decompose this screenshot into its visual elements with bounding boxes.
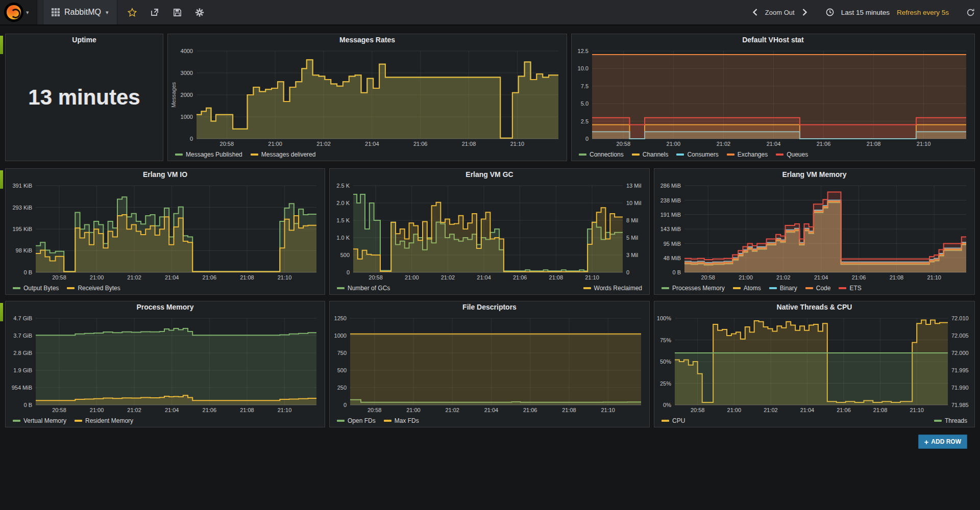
svg-text:21:00: 21:00 <box>727 407 742 413</box>
svg-text:293 KiB: 293 KiB <box>12 205 32 211</box>
legend-swatch <box>67 287 75 289</box>
legend-item[interactable]: ETS <box>839 285 861 292</box>
row-collapse-handle[interactable] <box>0 303 3 321</box>
panel-title-erlang-vm-memory[interactable]: Erlang VM Memory <box>654 170 974 182</box>
clock-icon <box>826 8 834 16</box>
svg-text:0: 0 <box>626 269 629 275</box>
svg-text:21:04: 21:04 <box>477 274 491 280</box>
erlang-vm-gc-legend: Number of GCsWords Reclaimed <box>337 284 642 293</box>
svg-text:71.990: 71.990 <box>951 385 969 391</box>
process-memory-chart[interactable]: 20:5821:0021:0221:0421:0621:0821:100 B95… <box>8 315 323 415</box>
svg-text:21:04: 21:04 <box>484 407 499 413</box>
grafana-logo-zone[interactable]: ▾ <box>0 0 37 24</box>
svg-text:0%: 0% <box>663 402 671 408</box>
gear-icon[interactable] <box>195 8 204 17</box>
legend-label: Queues <box>787 151 808 158</box>
row-collapse-handle[interactable] <box>0 170 3 189</box>
svg-text:238 MiB: 238 MiB <box>660 197 681 203</box>
chevron-left-icon[interactable] <box>752 9 758 16</box>
logo-caret-icon: ▾ <box>26 9 29 16</box>
legend-item[interactable]: Threads <box>934 417 967 424</box>
erlang-vm-gc-chart[interactable]: 20:5821:0021:0221:0421:0621:0821:1005001… <box>332 182 647 282</box>
legend-item[interactable]: Messages Published <box>175 151 242 158</box>
legend-label: Binary <box>780 285 797 292</box>
legend-item[interactable]: CPU <box>662 417 685 424</box>
legend-label: Channels <box>643 151 669 158</box>
svg-text:Messages: Messages <box>170 82 177 108</box>
legend-label: Messages delivered <box>261 151 316 158</box>
time-range-picker[interactable]: Last 15 minutes <box>841 9 890 16</box>
svg-text:21:00: 21:00 <box>667 141 681 147</box>
panel-file-descriptors: File Descriptors 20:5821:0021:0221:0421:… <box>329 301 650 427</box>
panel-title-default-vhost-stat[interactable]: Default VHost stat <box>572 36 974 47</box>
refresh-interval-picker[interactable]: Refresh every 5s <box>897 9 949 16</box>
svg-text:21:06: 21:06 <box>837 407 851 413</box>
legend-item[interactable]: Processes Memory <box>662 285 725 292</box>
legend-item[interactable]: Queues <box>776 151 808 158</box>
dashboard-grid-icon <box>52 8 60 16</box>
messages-rates-legend: Messages PublishedMessages delivered <box>175 150 559 159</box>
legend-item[interactable]: Number of GCs <box>337 285 390 292</box>
svg-text:21:06: 21:06 <box>817 141 831 147</box>
messages-rates-chart[interactable]: 20:5821:0021:0221:0421:0621:0821:1001000… <box>170 47 565 148</box>
legend-item[interactable]: Channels <box>632 151 669 158</box>
erlang-vm-io-chart[interactable]: 20:5821:0021:0221:0421:0621:0821:100 B98… <box>8 182 323 282</box>
native-threads-cpu-chart[interactable]: 20:5821:0021:0221:0421:0621:0821:100%25%… <box>656 315 972 415</box>
svg-text:21:04: 21:04 <box>365 141 379 147</box>
svg-text:20:58: 20:58 <box>52 407 66 413</box>
file-descriptors-chart[interactable]: 20:5821:0021:0221:0421:0621:0821:1002505… <box>332 315 647 415</box>
legend-item[interactable]: Binary <box>769 285 797 292</box>
zoom-out-button[interactable]: Zoom Out <box>765 9 795 16</box>
default-vhost-stat-chart[interactable]: 20:5821:0021:0221:0421:0621:0821:1002.55… <box>574 47 972 148</box>
panel-title-messages-rates[interactable]: Messages Rates <box>168 36 567 47</box>
grafana-logo-icon[interactable] <box>4 3 23 22</box>
svg-text:21:10: 21:10 <box>585 274 599 280</box>
panel-title-native-threads-cpu[interactable]: Native Threads & CPU <box>654 303 974 314</box>
legend-item[interactable]: Words Reclaimed <box>583 285 642 292</box>
svg-text:21:04: 21:04 <box>814 274 828 280</box>
legend-item[interactable]: Vertual Memory <box>13 417 66 424</box>
legend-item[interactable]: Open FDs <box>337 417 376 424</box>
legend-item[interactable]: Resident Memory <box>75 417 133 424</box>
legend-item[interactable]: Max FDs <box>384 417 419 424</box>
legend-swatch <box>337 287 345 289</box>
panel-erlang-vm-memory: Erlang VM Memory 20:5821:0021:0221:0421:… <box>654 168 975 295</box>
legend-item[interactable]: Connections <box>579 151 624 158</box>
svg-text:21:00: 21:00 <box>90 407 104 413</box>
share-icon[interactable] <box>150 8 159 17</box>
legend-label: Received Bytes <box>78 285 120 292</box>
dashboard-caret-icon: ▾ <box>106 9 109 16</box>
panel-title-uptime[interactable]: Uptime <box>6 36 163 47</box>
panel-title-erlang-vm-gc[interactable]: Erlang VM GC <box>330 170 649 182</box>
chevron-right-icon[interactable] <box>802 9 807 16</box>
legend-label: Connections <box>590 151 624 158</box>
legend-item[interactable]: Atoms <box>733 285 761 292</box>
panel-process-memory: Process Memory 20:5821:0021:0221:0421:06… <box>5 301 325 427</box>
legend-item[interactable]: Messages delivered <box>251 151 316 158</box>
svg-text:21:10: 21:10 <box>278 407 292 413</box>
refresh-icon[interactable] <box>966 8 975 17</box>
legend-item[interactable]: Exchanges <box>727 151 768 158</box>
svg-text:0 B: 0 B <box>672 269 681 275</box>
dashboard-title-dropdown[interactable]: RabbitMQ ▾ <box>43 0 117 24</box>
star-icon[interactable] <box>128 8 137 17</box>
svg-text:500: 500 <box>340 252 350 258</box>
panel-title-process-memory[interactable]: Process Memory <box>6 303 325 314</box>
svg-text:391 KiB: 391 KiB <box>12 183 32 189</box>
legend-item[interactable]: Consumers <box>676 151 718 158</box>
svg-text:191 MiB: 191 MiB <box>660 212 681 218</box>
save-icon[interactable] <box>173 8 182 17</box>
row-collapse-handle[interactable] <box>0 36 3 54</box>
legend-swatch <box>727 154 734 156</box>
svg-text:21:08: 21:08 <box>873 407 888 413</box>
legend-item[interactable]: Received Bytes <box>67 285 120 292</box>
svg-text:2.8 GiB: 2.8 GiB <box>13 350 32 356</box>
legend-item[interactable]: Code <box>805 285 831 292</box>
add-row-button[interactable]: + ADD ROW <box>918 435 967 449</box>
svg-text:21:10: 21:10 <box>927 274 941 280</box>
legend-item[interactable]: Output Bytes <box>13 285 59 292</box>
panel-title-file-descriptors[interactable]: File Descriptors <box>330 303 649 314</box>
legend-swatch <box>251 154 258 156</box>
panel-title-erlang-vm-io[interactable]: Erlang VM IO <box>6 170 325 182</box>
erlang-vm-memory-chart[interactable]: 20:5821:0021:0221:0421:0621:0821:100 B48… <box>656 182 972 282</box>
